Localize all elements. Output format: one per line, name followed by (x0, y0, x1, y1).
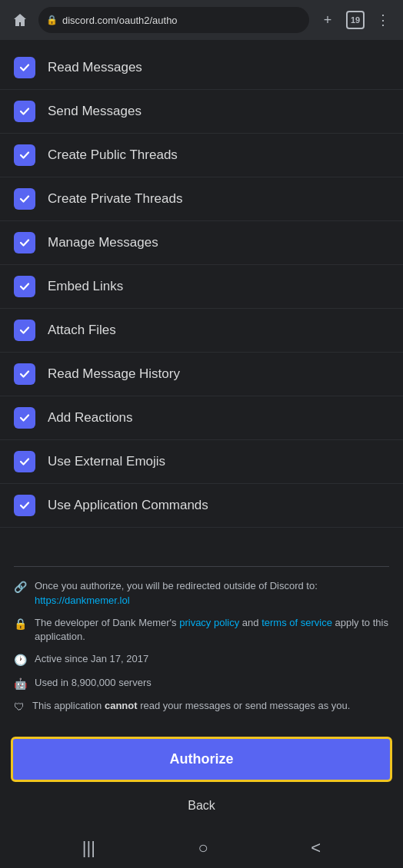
permission-label-embed-links: Embed Links (48, 279, 123, 294)
buttons-area: Authorize Back (0, 724, 403, 828)
permission-item-attach-files[interactable]: Attach Files (0, 309, 403, 353)
address-bar[interactable]: 🔒 discord.com/oauth2/autho (38, 7, 309, 33)
permissions-list: Read Messages Send Messages Create Publi… (0, 40, 403, 560)
recents-icon[interactable]: ||| (82, 838, 95, 858)
permission-item-manage-messages[interactable]: Manage Messages (0, 221, 403, 265)
permission-item-use-external-emojis[interactable]: Use External Emojis (0, 440, 403, 484)
active-since-text: Active since Jan 17, 2017 (35, 652, 148, 667)
checkbox-add-reactions[interactable] (14, 407, 35, 429)
checkbox-read-messages[interactable] (14, 57, 35, 78)
permission-item-add-reactions[interactable]: Add Reactions (0, 396, 403, 440)
checkbox-read-message-history[interactable] (14, 363, 35, 385)
checkbox-attach-files[interactable] (14, 320, 35, 341)
redirect-text: Once you authorize, you will be redirect… (35, 579, 318, 608)
policy-text: The developer of Dank Memer's privacy po… (35, 616, 389, 645)
redirect-url: https://dankmemer.lol (35, 595, 130, 606)
authorize-button[interactable]: Authorize (11, 737, 392, 782)
checkbox-create-private-threads[interactable] (14, 188, 35, 210)
android-home-icon[interactable]: ○ (198, 838, 208, 858)
privacy-policy-link[interactable]: privacy policy (179, 617, 239, 628)
divider (14, 566, 389, 567)
checkbox-manage-messages[interactable] (14, 232, 35, 253)
shield-icon: 🔒 (14, 617, 27, 632)
permission-item-read-message-history[interactable]: Read Message History (0, 353, 403, 396)
permission-label-manage-messages: Manage Messages (48, 235, 158, 250)
tos-link[interactable]: terms of service (261, 617, 332, 628)
permission-item-embed-links[interactable]: Embed Links (0, 265, 403, 309)
checkbox-use-application-commands[interactable] (14, 495, 35, 516)
browser-bar: 🔒 discord.com/oauth2/autho + 19 ⋮ (0, 0, 403, 40)
permission-label-read-message-history: Read Message History (48, 366, 180, 382)
permission-label-add-reactions: Add Reactions (48, 410, 133, 426)
permission-label-create-private-threads: Create Private Threads (48, 191, 182, 207)
url-text: discord.com/oauth2/autho (62, 15, 178, 26)
android-nav-bar: ||| ○ < (0, 828, 403, 868)
home-icon[interactable] (8, 8, 32, 32)
lock-icon: 🔒 (46, 15, 58, 25)
new-tab-button[interactable]: + (315, 8, 340, 32)
info-section: 🔗 Once you authorize, you will be redire… (0, 573, 403, 724)
tab-count[interactable]: 19 (346, 11, 365, 29)
checkbox-send-messages[interactable] (14, 101, 35, 122)
checkbox-embed-links[interactable] (14, 276, 35, 297)
active-since-info: 🕐 Active since Jan 17, 2017 (14, 652, 389, 668)
checkbox-create-public-threads[interactable] (14, 144, 35, 166)
clock-icon: 🕐 (14, 653, 27, 668)
cannot-read-text: This application cannot read your messag… (32, 699, 350, 714)
cannot-read-info: 🛡 This application cannot read your mess… (14, 699, 389, 715)
policy-info: 🔒 The developer of Dank Memer's privacy … (14, 616, 389, 645)
permission-label-use-application-commands: Use Application Commands (48, 498, 208, 513)
permission-label-read-messages: Read Messages (48, 60, 142, 75)
checkbox-use-external-emojis[interactable] (14, 451, 35, 472)
shield2-icon: 🛡 (14, 700, 25, 715)
permission-label-use-external-emojis: Use External Emojis (48, 454, 165, 469)
permission-item-create-private-threads[interactable]: Create Private Threads (0, 177, 403, 221)
redirect-info: 🔗 Once you authorize, you will be redire… (14, 579, 389, 608)
back-button[interactable]: Back (11, 790, 392, 822)
menu-button[interactable]: ⋮ (371, 8, 395, 32)
permission-label-attach-files: Attach Files (48, 323, 116, 338)
servers-info: 🤖 Used in 8,900,000 servers (14, 676, 389, 692)
android-back-icon[interactable]: < (311, 838, 321, 858)
robot-icon: 🤖 (14, 677, 27, 692)
permission-label-create-public-threads: Create Public Threads (48, 147, 178, 163)
permission-item-send-messages[interactable]: Send Messages (0, 90, 403, 134)
permission-label-send-messages: Send Messages (48, 104, 142, 119)
permission-item-use-application-commands[interactable]: Use Application Commands (0, 484, 403, 528)
link-icon: 🔗 (14, 580, 27, 595)
servers-text: Used in 8,900,000 servers (35, 676, 152, 691)
permission-item-create-public-threads[interactable]: Create Public Threads (0, 134, 403, 177)
permission-item-read-messages[interactable]: Read Messages (0, 46, 403, 90)
